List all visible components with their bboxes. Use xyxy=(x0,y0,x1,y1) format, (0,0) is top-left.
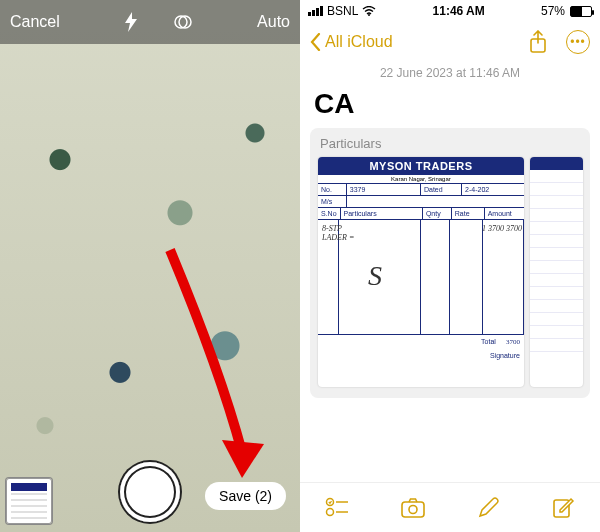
status-time: 11:46 AM xyxy=(433,4,485,18)
chevron-left-icon xyxy=(310,33,321,51)
signal-icon xyxy=(308,6,323,16)
attachment-label: Particulars xyxy=(310,128,590,157)
scanner-screen: Cancel Auto Save (2) xyxy=(0,0,300,532)
camera-icon[interactable] xyxy=(400,497,426,519)
battery-pct: 57% xyxy=(541,4,565,18)
nav-bar: All iCloud ••• xyxy=(300,22,600,62)
wifi-icon xyxy=(362,6,376,16)
note-title[interactable]: CA xyxy=(300,84,600,128)
receipt-page-2[interactable] xyxy=(530,157,583,387)
receipt-page-1[interactable]: MYSON TRADERS Karan Nagar, Srinagar No. … xyxy=(318,157,524,387)
more-icon[interactable]: ••• xyxy=(566,30,590,54)
svg-point-6 xyxy=(327,508,334,515)
svg-point-9 xyxy=(409,505,417,513)
scanner-top-icons xyxy=(123,12,193,32)
share-icon[interactable] xyxy=(528,30,548,54)
status-bar: BSNL 11:46 AM 57% xyxy=(300,0,600,22)
checklist-icon[interactable] xyxy=(325,497,349,519)
notes-toolbar xyxy=(300,482,600,532)
battery-icon xyxy=(570,6,592,17)
cancel-button[interactable]: Cancel xyxy=(10,13,60,31)
receipt-vendor: MYSON TRADERS xyxy=(318,157,524,175)
svg-point-2 xyxy=(368,14,370,16)
carrier-label: BSNL xyxy=(327,4,358,18)
auto-button[interactable]: Auto xyxy=(257,13,290,31)
save-button[interactable]: Save (2) xyxy=(205,482,286,510)
scanned-attachment[interactable]: Particulars MYSON TRADERS Karan Nagar, S… xyxy=(310,128,590,398)
annotation-arrow xyxy=(160,240,280,480)
notes-screen: BSNL 11:46 AM 57% All iCloud ••• 22 June… xyxy=(300,0,600,532)
scanner-topbar: Cancel Auto xyxy=(0,0,300,44)
receipt-sub: Karan Nagar, Srinagar xyxy=(318,175,524,184)
svg-point-4 xyxy=(327,498,334,505)
back-label: All iCloud xyxy=(325,33,393,51)
scan-thumbnail[interactable] xyxy=(6,478,52,524)
filter-icon[interactable] xyxy=(173,12,193,32)
compose-icon[interactable] xyxy=(551,496,575,520)
shutter-button[interactable] xyxy=(120,462,180,522)
note-timestamp: 22 June 2023 at 11:46 AM xyxy=(300,62,600,84)
flash-icon[interactable] xyxy=(123,12,139,32)
draw-icon[interactable] xyxy=(476,496,500,520)
svg-rect-8 xyxy=(402,502,424,517)
back-button[interactable]: All iCloud xyxy=(310,33,393,51)
